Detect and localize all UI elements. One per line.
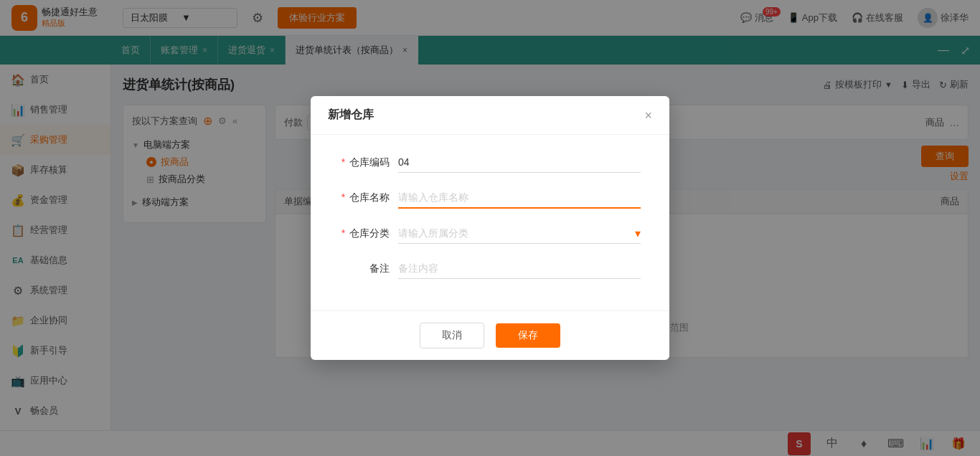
warehouse-name-input[interactable] [398, 187, 641, 209]
warehouse-name-label-wrap: * 仓库名称 [339, 191, 390, 204]
warehouse-code-row: * 仓库编码 [339, 152, 641, 173]
save-button[interactable]: 保存 [496, 323, 560, 348]
required-star-2: * [341, 191, 345, 203]
remarks-input[interactable] [398, 258, 641, 279]
warehouse-name-row: * 仓库名称 [339, 187, 641, 209]
warehouse-category-label-wrap: * 仓库分类 [339, 227, 390, 240]
remarks-label: 备注 [339, 262, 390, 275]
remarks-label-text: 备注 [369, 262, 390, 274]
warehouse-code-input[interactable] [398, 152, 641, 173]
cancel-button[interactable]: 取消 [420, 323, 484, 348]
modal-body: * 仓库编码 * 仓库名称 * 仓库分类 [311, 135, 669, 310]
warehouse-category-input[interactable] [398, 223, 635, 243]
modal-close-btn[interactable]: × [644, 109, 652, 122]
warehouse-category-row: * 仓库分类 ▾ [339, 223, 641, 244]
modal-dialog: 新增仓库 × * 仓库编码 * 仓库名称 [311, 96, 669, 360]
modal-title: 新增仓库 [328, 108, 374, 123]
required-star-1: * [341, 156, 345, 168]
warehouse-code-label: 仓库编码 [349, 156, 390, 168]
required-star-3: * [341, 227, 345, 239]
remarks-row: 备注 [339, 258, 641, 279]
warehouse-category-select-row: ▾ [398, 223, 641, 244]
modal-overlay: 新增仓库 × * 仓库编码 * 仓库名称 [0, 0, 980, 456]
warehouse-category-label: 仓库分类 [349, 227, 390, 239]
modal-footer: 取消 保存 [311, 310, 669, 360]
category-dropdown-icon[interactable]: ▾ [635, 227, 641, 240]
warehouse-name-label: 仓库名称 [349, 191, 390, 203]
warehouse-code-label-wrap: * 仓库编码 [339, 156, 390, 169]
modal-header: 新增仓库 × [311, 96, 669, 135]
